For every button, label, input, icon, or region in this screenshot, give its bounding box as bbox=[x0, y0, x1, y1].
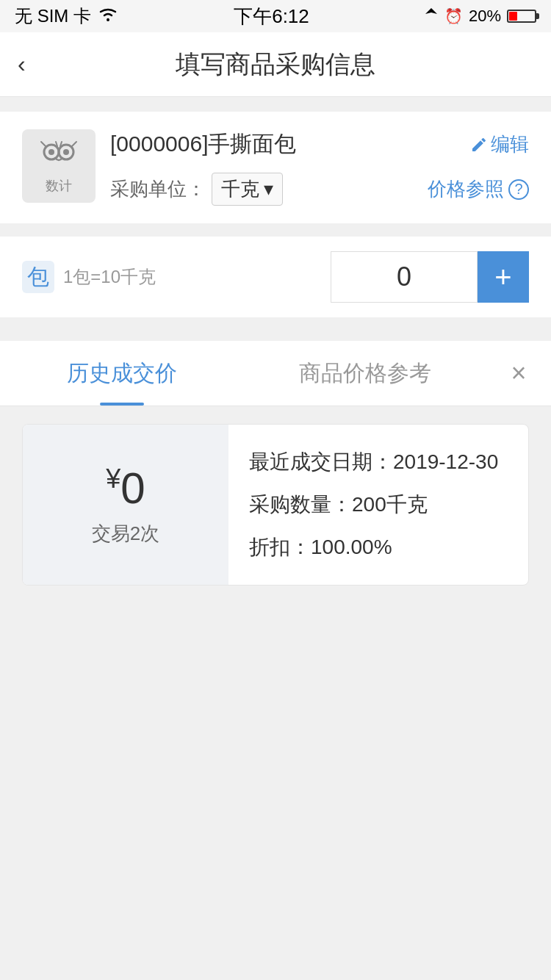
battery-icon bbox=[507, 10, 536, 23]
status-bar: 无 SIM 卡 下午6:12 ⏰ 20% bbox=[0, 0, 551, 32]
product-thumbnail: 数计 bbox=[22, 129, 96, 203]
product-info: [0000006]手撕面包 编辑 采购单位： 千克 ▾ 价格参照 ? bbox=[110, 129, 529, 206]
help-icon: ? bbox=[508, 179, 529, 200]
quantity-row: 包 1包=10千克 0 + bbox=[0, 237, 551, 317]
status-left: 无 SIM 卡 bbox=[15, 4, 119, 28]
history-date-row: 最近成交日期：2019-12-30 bbox=[249, 447, 508, 478]
quantity-right: 0 + bbox=[331, 251, 529, 303]
tab-history-price[interactable]: 历史成交价 bbox=[0, 341, 243, 406]
history-left-panel: ¥0 交易2次 bbox=[23, 425, 228, 585]
quantity-input[interactable]: 0 bbox=[331, 251, 478, 303]
history-qty-row: 采购数量：200千克 bbox=[249, 489, 508, 520]
battery-percent: 20% bbox=[469, 7, 501, 26]
location-icon bbox=[424, 7, 439, 26]
history-discount-row: 折扣：100.00% bbox=[249, 532, 508, 563]
section-divider-2 bbox=[0, 317, 551, 329]
status-time: 下午6:12 bbox=[234, 4, 309, 29]
svg-marker-1 bbox=[425, 8, 437, 14]
quantity-left: 包 1包=10千克 bbox=[22, 261, 156, 293]
currency-symbol: ¥ bbox=[106, 464, 120, 494]
tab-price-reference[interactable]: 商品价格参考 bbox=[243, 341, 486, 406]
price-reference-button[interactable]: 价格参照 ? bbox=[428, 176, 529, 202]
dropdown-chevron-icon: ▾ bbox=[264, 178, 273, 201]
nav-bar: ‹ 填写商品采购信息 bbox=[0, 32, 551, 97]
history-times: 交易2次 bbox=[92, 521, 159, 547]
owl-logo-icon bbox=[37, 137, 81, 174]
quantity-unit-box: 包 bbox=[22, 261, 54, 293]
quantity-plus-button[interactable]: + bbox=[478, 251, 529, 303]
product-name: [0000006]手撕面包 bbox=[110, 129, 296, 159]
thumb-label-text: 数计 bbox=[46, 177, 72, 195]
svg-point-5 bbox=[63, 149, 69, 155]
section-divider-1 bbox=[0, 223, 551, 235]
history-content: ¥0 交易2次 最近成交日期：2019-12-30 采购数量：200千克 折扣：… bbox=[0, 406, 551, 603]
tabs-close-button[interactable]: × bbox=[486, 341, 551, 406]
unit-label: 采购单位： bbox=[110, 176, 206, 202]
edit-button[interactable]: 编辑 bbox=[470, 131, 529, 157]
carrier-text: 无 SIM 卡 bbox=[15, 4, 91, 28]
product-unit-row: 采购单位： 千克 ▾ 价格参照 ? bbox=[110, 173, 529, 206]
tabs-bar: 历史成交价 商品价格参考 × bbox=[0, 341, 551, 406]
status-right: ⏰ 20% bbox=[424, 7, 536, 26]
quantity-sub-label: 1包=10千克 bbox=[63, 265, 156, 289]
svg-point-0 bbox=[107, 18, 109, 21]
product-header: [0000006]手撕面包 编辑 bbox=[110, 129, 529, 159]
back-button[interactable]: ‹ bbox=[18, 51, 26, 78]
edit-icon bbox=[470, 136, 488, 154]
history-price: ¥0 bbox=[106, 463, 145, 514]
alarm-icon: ⏰ bbox=[444, 7, 463, 25]
unit-select-dropdown[interactable]: 千克 ▾ bbox=[212, 173, 283, 206]
wifi-icon bbox=[97, 6, 119, 26]
history-right-panel: 最近成交日期：2019-12-30 采购数量：200千克 折扣：100.00% bbox=[228, 425, 528, 585]
product-card: 数计 [0000006]手撕面包 编辑 采购单位： 千克 ▾ bbox=[0, 112, 551, 223]
page-title: 填写商品采购信息 bbox=[176, 48, 375, 82]
tab-active-indicator bbox=[100, 403, 144, 406]
svg-point-4 bbox=[48, 149, 54, 155]
history-card: ¥0 交易2次 最近成交日期：2019-12-30 采购数量：200千克 折扣：… bbox=[22, 424, 529, 586]
